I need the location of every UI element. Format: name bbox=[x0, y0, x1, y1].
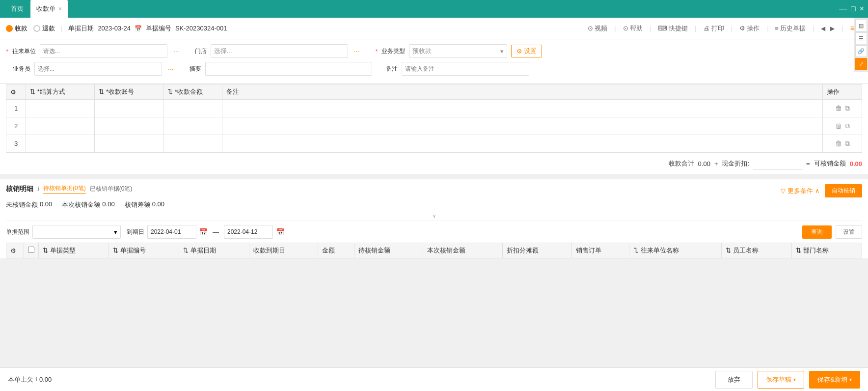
operation-btn[interactable]: ⚙ 操作 bbox=[739, 24, 760, 33]
verify-info-icon[interactable]: ℹ bbox=[37, 186, 39, 192]
save-btn[interactable]: 保存&新增 ▾ bbox=[809, 371, 860, 389]
table-section: ⚙ ⇅ *结算方式 ⇅ *收款账号 ⇅ *收款金额 备注 操作 bbox=[0, 84, 868, 153]
verify-tab-pending[interactable]: 待核销单据(0笔) bbox=[43, 184, 86, 194]
row3-delete-icon[interactable]: 🗑 bbox=[835, 140, 842, 148]
row1-amount[interactable] bbox=[163, 100, 222, 117]
remarks-input[interactable] bbox=[402, 62, 529, 76]
video-btn[interactable]: ⊙ 视频 bbox=[588, 24, 607, 33]
row3-copy-icon[interactable]: ⧉ bbox=[845, 140, 850, 148]
verify-settings-btn[interactable]: 设置 bbox=[836, 225, 862, 239]
close-window-btn[interactable]: × bbox=[860, 4, 864, 13]
tab-close-btn[interactable]: × bbox=[58, 0, 62, 18]
store-more-btn[interactable]: ··· bbox=[352, 47, 362, 55]
form-row-1: * 往来单位 ··· 门店 选择... ··· * 业务类型 预收款 ▾ ⚙ 设… bbox=[6, 44, 862, 58]
next-btn[interactable]: ▶ bbox=[830, 25, 835, 32]
separator1: | bbox=[61, 25, 62, 32]
select-all-checkbox[interactable] bbox=[28, 247, 34, 253]
tab-home[interactable]: 首页 bbox=[4, 0, 30, 18]
row1-remark[interactable] bbox=[222, 100, 823, 117]
table-row: 1 🗑 ⧉ bbox=[6, 100, 862, 117]
biz-type-select[interactable]: 预收款 ▾ bbox=[409, 44, 507, 58]
sidebar-icon-table[interactable]: ▤ bbox=[855, 20, 867, 31]
store-select[interactable]: 选择... bbox=[211, 44, 348, 58]
shortcut-btn[interactable]: ⌨ 快捷键 bbox=[658, 24, 688, 33]
sidebar-icon-expand[interactable]: ⤢ bbox=[855, 58, 867, 70]
staff-input[interactable] bbox=[34, 62, 162, 76]
counterpart-more-btn[interactable]: ··· bbox=[171, 47, 181, 55]
row2-account[interactable] bbox=[95, 117, 163, 135]
collapse-chevron[interactable]: ∨ bbox=[6, 213, 862, 219]
row1-copy-icon[interactable]: ⧉ bbox=[845, 104, 850, 112]
biz-type-chevron: ▾ bbox=[500, 48, 504, 55]
unchecked-value: 0.00 bbox=[40, 200, 52, 209]
sort-icon-number: ⇅ bbox=[113, 247, 118, 254]
settings-gear-icon: ⚙ bbox=[516, 48, 522, 55]
tab-collection[interactable]: 收款单 × bbox=[30, 0, 68, 18]
row1-account[interactable] bbox=[95, 100, 163, 117]
sidebar-icon-link[interactable]: 🔗 bbox=[855, 45, 867, 57]
calendar-icon[interactable]: 📅 bbox=[135, 25, 142, 32]
abandon-btn[interactable]: 放弃 bbox=[715, 371, 753, 389]
verify-tab-done[interactable]: 已核销单据(0笔) bbox=[90, 185, 133, 193]
row3-settle[interactable] bbox=[26, 135, 95, 153]
row3-amount[interactable] bbox=[163, 135, 222, 153]
sort-icon-type: ⇅ bbox=[43, 247, 48, 254]
radio-refund[interactable]: 退款 bbox=[33, 24, 55, 33]
bth-amount: 金额 bbox=[318, 243, 354, 258]
radio-collection[interactable]: 收款 bbox=[6, 24, 27, 33]
total-label: 收款合计 bbox=[669, 159, 694, 168]
query-btn[interactable]: 查询 bbox=[802, 225, 832, 239]
gear-icon[interactable]: ⚙ bbox=[10, 88, 16, 96]
sort-icon-account: ⇅ bbox=[99, 88, 104, 95]
calendar-from-icon[interactable]: 📅 bbox=[199, 228, 208, 236]
row3-remark[interactable] bbox=[222, 135, 823, 153]
minimize-btn[interactable]: — bbox=[839, 4, 847, 13]
date-from-input[interactable] bbox=[147, 225, 196, 239]
draft-btn[interactable]: 保存草稿 ▾ bbox=[758, 371, 804, 389]
prev-btn[interactable]: ◀ bbox=[821, 25, 825, 32]
more-conditions-btn[interactable]: ▽ 更多条件 ∧ bbox=[781, 187, 820, 196]
th-gear[interactable]: ⚙ bbox=[6, 84, 26, 100]
row2-copy-icon[interactable]: ⧉ bbox=[845, 122, 850, 130]
diff-stat: 核销差额 0.00 bbox=[125, 200, 164, 209]
table-row: 3 🗑 ⧉ bbox=[6, 135, 862, 153]
th-amount: ⇅ *收款金额 bbox=[163, 84, 222, 100]
btable-gear-icon[interactable]: ⚙ bbox=[10, 247, 16, 254]
this-order-info-icon[interactable]: ℹ bbox=[35, 376, 37, 383]
row2-amount[interactable] bbox=[163, 117, 222, 135]
remarks-label: 备注 bbox=[386, 65, 398, 73]
maximize-btn[interactable]: □ bbox=[851, 4, 856, 13]
row1-delete-icon[interactable]: 🗑 bbox=[835, 104, 842, 112]
radio-collection-circle bbox=[6, 25, 13, 32]
counterpart-input[interactable] bbox=[40, 44, 167, 58]
bottom-info: 本单上欠 ℹ 0.00 bbox=[8, 375, 52, 384]
print-icon: 🖨 bbox=[704, 25, 710, 32]
auto-verify-btn[interactable]: 自动核销 bbox=[825, 184, 862, 197]
filter-btns: 查询 设置 bbox=[802, 225, 862, 239]
settings-btn[interactable]: ⚙ 设置 bbox=[511, 45, 542, 57]
date-to-input[interactable] bbox=[224, 225, 273, 239]
range-select[interactable]: ▾ bbox=[32, 225, 121, 239]
calendar-to-icon[interactable]: 📅 bbox=[276, 228, 284, 236]
date-value[interactable]: 2023-03-24 bbox=[98, 25, 131, 32]
bth-current: 本次核销金额 bbox=[423, 243, 502, 258]
current-label: 本次核销金额 bbox=[62, 200, 100, 209]
sidebar-icon-list[interactable]: ☰ bbox=[855, 32, 867, 44]
this-order-label: 本单上欠 bbox=[8, 375, 33, 384]
bth-checkbox[interactable] bbox=[24, 243, 39, 258]
summary-input[interactable] bbox=[205, 62, 372, 76]
row2-settle[interactable] bbox=[26, 117, 95, 135]
row2-remark[interactable] bbox=[222, 117, 823, 135]
print-btn[interactable]: 🖨 打印 bbox=[704, 24, 724, 33]
history-btn[interactable]: ≡ 历史单据 bbox=[775, 24, 806, 33]
history-icon: ≡ bbox=[775, 25, 779, 32]
row1-settle[interactable] bbox=[26, 100, 95, 117]
discount-input[interactable] bbox=[753, 157, 802, 170]
staff-more-btn[interactable]: ··· bbox=[166, 65, 176, 73]
help-btn[interactable]: ⊙ 帮助 bbox=[623, 24, 643, 33]
sort-icon-dept: ⇅ bbox=[796, 247, 801, 254]
sort-icon-amount: ⇅ bbox=[167, 88, 173, 95]
row2-delete-icon[interactable]: 🗑 bbox=[835, 122, 842, 130]
bth-gear[interactable]: ⚙ bbox=[6, 243, 24, 258]
row3-account[interactable] bbox=[95, 135, 163, 153]
